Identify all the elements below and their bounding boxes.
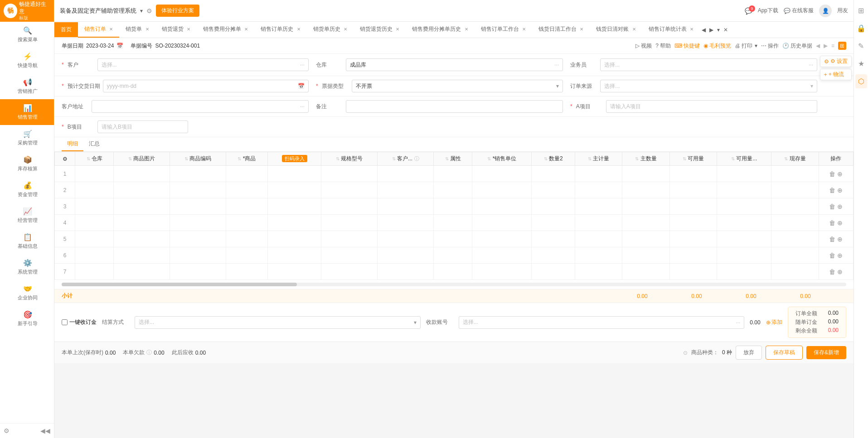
nav-next-icon[interactable]: ▶	[824, 43, 828, 49]
tab-cash-reconcile[interactable]: 钱货日清对账 ✕	[590, 22, 642, 38]
col-main-qty[interactable]: ⇅ 主数量	[622, 152, 669, 166]
print-action[interactable]: 🖨 打印 ▾	[735, 42, 757, 50]
row-6-sales-unit[interactable]	[472, 247, 532, 264]
salesperson-input[interactable]: 选择... ···	[600, 58, 817, 71]
row-6-available[interactable]	[669, 247, 717, 264]
row-5-warehouse[interactable]	[75, 231, 114, 247]
row-2-attribute[interactable]	[434, 182, 472, 198]
settings-bottom-icon[interactable]: ⚙	[4, 427, 10, 434]
row-6-customer-code[interactable]	[378, 247, 434, 264]
one-click-checkout-checkbox[interactable]	[62, 319, 68, 325]
row-1-spec[interactable]	[321, 166, 378, 182]
row-2-current-stock[interactable]	[771, 182, 819, 198]
row-4-current-stock[interactable]	[771, 215, 819, 231]
save-new-btn[interactable]: 保存&新增	[806, 346, 846, 359]
row-4-quantity2[interactable]	[532, 215, 575, 231]
row-4-delete-icon[interactable]: 🗑	[829, 219, 835, 226]
collection-expand-icon[interactable]: ···	[736, 319, 740, 326]
row-2-main-qty[interactable]	[622, 182, 669, 198]
row-4-attribute[interactable]	[434, 215, 472, 231]
row-6-main-qty[interactable]	[622, 247, 669, 264]
row-6-copy-icon[interactable]: ⊕	[837, 252, 843, 259]
right-icon-star[interactable]: ★	[855, 57, 867, 71]
float-settings-btn[interactable]: ⚙ ⚙ 设置	[820, 56, 852, 67]
row-6-main-unit[interactable]	[575, 247, 622, 264]
row-3-product[interactable]	[226, 198, 267, 215]
row-5-main-unit[interactable]	[575, 231, 622, 247]
row-4-available[interactable]	[669, 215, 717, 231]
order-source-input[interactable]: 选择... ▾	[600, 80, 817, 92]
row-7-customer-code[interactable]	[378, 264, 434, 280]
row-5-sales-unit[interactable]	[472, 231, 532, 247]
detail-tab-summary[interactable]: 汇总	[83, 137, 105, 151]
warehouse-input[interactable]: 成品库 ···	[346, 58, 563, 71]
row-3-sales-unit[interactable]	[472, 198, 532, 215]
row-6-attribute[interactable]	[434, 247, 472, 264]
row-4-sales-unit[interactable]	[472, 215, 532, 231]
row-7-product[interactable]	[226, 264, 267, 280]
row-3-attribute[interactable]	[434, 198, 472, 215]
row-6-product-code[interactable]	[170, 247, 226, 264]
row-2-copy-icon[interactable]: ⊕	[837, 187, 843, 194]
row-4-product-image[interactable]	[114, 215, 170, 231]
tab-sales-return[interactable]: 销货退货 ✕	[155, 22, 197, 38]
table-scrollbar[interactable]	[54, 280, 853, 289]
row-4-spec[interactable]	[321, 215, 378, 231]
address-input[interactable]: ···	[92, 100, 309, 113]
row-4-scan[interactable]	[268, 215, 321, 231]
row-5-delete-icon[interactable]: 🗑	[829, 236, 835, 243]
tab-stats[interactable]: 销售订单统计表 ✕	[642, 22, 700, 38]
tab-order-workbench[interactable]: 销售订单工作台 ✕	[475, 22, 532, 38]
tab-return-history[interactable]: 销货退货历史 ✕	[354, 22, 406, 38]
col-available[interactable]: ⇅ 可用量	[669, 152, 717, 166]
tab-nav-prev[interactable]: ◀	[700, 27, 708, 33]
detail-tab-detail[interactable]: 明细	[62, 137, 83, 151]
row-7-sales-unit[interactable]	[472, 264, 532, 280]
row-6-delete-icon[interactable]: 🗑	[829, 252, 835, 259]
topbar-gear-icon[interactable]: ⚙	[146, 7, 152, 14]
col-product[interactable]: ⇅ *商品	[226, 152, 267, 166]
customer-expand-icon[interactable]: ···	[300, 62, 305, 68]
row-7-main-qty[interactable]	[622, 264, 669, 280]
row-7-quantity2[interactable]	[532, 264, 575, 280]
view-action[interactable]: ▷ 视频	[635, 42, 652, 50]
row-5-current-stock[interactable]	[771, 231, 819, 247]
row-1-attribute[interactable]	[434, 166, 472, 182]
row-3-copy-icon[interactable]: ⊕	[837, 203, 843, 210]
row-4-available-more[interactable]	[717, 215, 771, 231]
row-1-available[interactable]	[669, 166, 717, 182]
row-1-sales-unit[interactable]	[472, 166, 532, 182]
row-3-main-unit[interactable]	[575, 198, 622, 215]
row-7-attribute[interactable]	[434, 264, 472, 280]
right-icon-grid[interactable]: ⊞	[855, 4, 867, 18]
help-action[interactable]: ? 帮助	[655, 42, 671, 50]
tab-expense-history[interactable]: 销售费用分摊单历史 ✕	[406, 22, 474, 38]
sidebar-item-sales[interactable]: 📊销售管理	[0, 99, 54, 125]
row-7-spec[interactable]	[321, 264, 378, 280]
online-service[interactable]: 💬 在线客服	[784, 7, 814, 14]
row-1-copy-icon[interactable]: ⊕	[837, 170, 843, 178]
sidebar-item-finance[interactable]: 💰资金管理	[0, 177, 54, 202]
tab-sales-slip[interactable]: 销货单 ✕	[119, 22, 155, 38]
sidebar-item-stock[interactable]: 📦库存核算	[0, 151, 54, 177]
save-draft-btn[interactable]: 保存草稿	[766, 346, 803, 360]
tab-expense-split[interactable]: 销售费用分摊单 ✕	[197, 22, 254, 38]
collapse-icon[interactable]: ◀◀	[40, 427, 50, 434]
payment-method-input[interactable]: 选择... ▾	[135, 316, 421, 329]
row-2-spec[interactable]	[321, 182, 378, 198]
row-5-product[interactable]	[226, 231, 267, 247]
row-3-available[interactable]	[669, 198, 717, 215]
row-5-scan[interactable]	[268, 231, 321, 247]
row-1-scan[interactable]	[268, 166, 321, 182]
row-5-main-qty[interactable]	[622, 231, 669, 247]
tab-order-history[interactable]: 销售订单历史 ✕	[254, 22, 306, 38]
row-5-product-code[interactable]	[170, 231, 226, 247]
remark-input[interactable]	[346, 100, 563, 113]
row-7-warehouse[interactable]	[75, 264, 114, 280]
row-7-available-more[interactable]	[717, 264, 771, 280]
tab-cash-workbench[interactable]: 钱货日清工作台 ✕	[532, 22, 590, 38]
row-2-main-unit[interactable]	[575, 182, 622, 198]
row-1-warehouse[interactable]	[75, 166, 114, 182]
col-available-more[interactable]: ⇅ 可用量...	[717, 152, 771, 166]
sidebar-item-purchase[interactable]: 🛒采购管理	[0, 125, 54, 151]
